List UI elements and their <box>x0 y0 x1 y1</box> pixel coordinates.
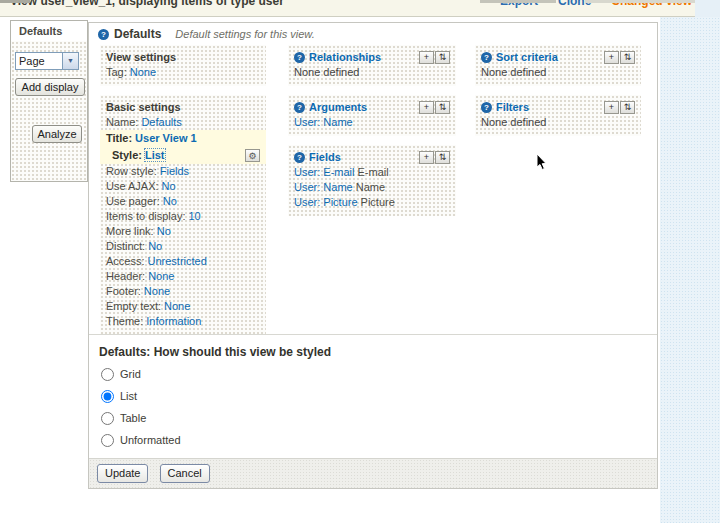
add-display-button[interactable]: Add display <box>15 78 85 96</box>
radio-table[interactable] <box>101 412 114 425</box>
name-value-link[interactable]: Defaults <box>141 116 181 128</box>
browser-chrome-artifact <box>480 0 556 3</box>
help-icon[interactable]: ? <box>294 52 305 63</box>
theme-value-link[interactable]: Information <box>146 315 201 327</box>
argument-item: User: Name <box>294 115 450 130</box>
add-sort-icon[interactable]: + <box>604 51 619 64</box>
form-actions-bar: Update Cancel <box>89 458 657 488</box>
field-link[interactable]: User: Picture <box>294 196 358 208</box>
access-value-link[interactable]: Unrestricted <box>148 255 207 267</box>
radio-unformatted[interactable] <box>101 434 114 447</box>
style-option-table[interactable]: Table <box>99 412 647 425</box>
field-item: User: PicturePicture <box>294 195 450 210</box>
display-description: Default settings for this view. <box>175 28 314 40</box>
sort-criteria-panel: ? Sort criteria + ⇅ None defined <box>475 45 641 86</box>
argument-link[interactable]: User: Name <box>294 116 353 128</box>
chevron-down-icon[interactable]: ▼ <box>62 53 78 69</box>
field-link[interactable]: User: E-mail <box>294 166 355 178</box>
help-icon[interactable]: ? <box>294 152 305 163</box>
setting-row-title: Title:User View 1 <box>100 130 266 147</box>
view-edit-box: ? Defaults Default settings for this vie… <box>88 22 658 489</box>
view-settings-panel: View settings Tag:None <box>100 45 266 86</box>
field-link[interactable]: User: Name <box>294 181 353 193</box>
filters-title-link[interactable]: Filters <box>496 100 604 115</box>
update-button[interactable]: Update <box>97 464 148 483</box>
style-edit-form: Defaults: How should this view be styled… <box>99 345 647 469</box>
panel-title: View settings <box>106 50 260 65</box>
form-title: Defaults: How should this view be styled <box>99 345 647 359</box>
rearrange-fields-icon[interactable]: ⇅ <box>435 151 450 164</box>
rearrange-sorts-icon[interactable]: ⇅ <box>620 51 635 64</box>
title-value-link[interactable]: User View 1 <box>135 132 197 144</box>
divider <box>89 334 657 335</box>
basic-settings-panel: Basic settings Name:Defaults Title:User … <box>100 95 266 335</box>
display-controls-panel: Page ▼ Add display Analyze <box>10 41 88 182</box>
row-style-value-link[interactable]: Fields <box>160 165 189 177</box>
tab-defaults-display[interactable]: Defaults <box>10 20 88 41</box>
use-ajax-value-link[interactable]: No <box>162 180 176 192</box>
radio-grid[interactable] <box>101 368 114 381</box>
empty-text-value-link[interactable]: None <box>164 300 190 312</box>
relationships-title-link[interactable]: Relationships <box>309 50 419 65</box>
display-type-select[interactable]: Page ▼ <box>15 52 79 70</box>
rearrange-relationships-icon[interactable]: ⇅ <box>435 51 450 64</box>
footer-value-link[interactable]: None <box>144 285 170 297</box>
arguments-title-link[interactable]: Arguments <box>309 100 419 115</box>
help-icon[interactable]: ? <box>98 29 109 40</box>
setting-row-name: Name:Defaults <box>106 115 260 130</box>
setting-row-header: Header:None <box>106 269 260 284</box>
setting-row-theme: Theme:Information <box>106 314 260 329</box>
empty-text: None defined <box>481 65 635 80</box>
fields-panel: ? Fields + ⇅ User: E-mailE-mail User: Na… <box>288 145 456 216</box>
header-value-link[interactable]: None <box>148 270 174 282</box>
mouse-cursor-icon <box>536 153 548 173</box>
rearrange-filters-icon[interactable]: ⇅ <box>620 101 635 114</box>
relationships-panel: ? Relationships + ⇅ None defined <box>288 45 456 86</box>
style-option-grid[interactable]: Grid <box>99 368 647 381</box>
style-option-unformatted[interactable]: Unformatted <box>99 434 647 447</box>
distinct-value-link[interactable]: No <box>148 240 162 252</box>
tag-value-link[interactable]: None <box>130 66 156 78</box>
display-summary-header: ? Defaults Default settings for this vie… <box>98 27 315 41</box>
add-relationship-icon[interactable]: + <box>419 51 434 64</box>
summary-column-2: ? Relationships + ⇅ None defined ? Argum… <box>288 45 456 225</box>
filters-panel: ? Filters + ⇅ None defined <box>475 95 641 136</box>
items-to-display-value-link[interactable]: 10 <box>188 210 200 222</box>
summary-column-3: ? Sort criteria + ⇅ None defined ? Filte… <box>475 45 641 145</box>
browser-chrome-artifact <box>0 0 30 3</box>
view-title: View user_view_1, displaying items of ty… <box>10 0 284 8</box>
add-filter-icon[interactable]: + <box>604 101 619 114</box>
setting-row-distinct: Distinct:No <box>106 239 260 254</box>
setting-row-tag: Tag:None <box>106 65 260 80</box>
cancel-button[interactable]: Cancel <box>160 464 210 483</box>
page-background-corner <box>695 0 720 17</box>
radio-list[interactable] <box>101 390 114 403</box>
style-value-link[interactable]: List <box>145 149 165 161</box>
setting-row-style: ⚙ Style:List <box>100 147 266 164</box>
add-field-icon[interactable]: + <box>419 151 434 164</box>
more-link-value-link[interactable]: No <box>157 225 171 237</box>
arguments-panel: ? Arguments + ⇅ User: Name <box>288 95 456 136</box>
sort-criteria-title-link[interactable]: Sort criteria <box>496 50 604 65</box>
rearrange-arguments-icon[interactable]: ⇅ <box>435 101 450 114</box>
empty-text: None defined <box>481 115 635 130</box>
use-pager-value-link[interactable]: No <box>163 195 177 207</box>
setting-row-footer: Footer:None <box>106 284 260 299</box>
setting-row-empty-text: Empty text:None <box>106 299 260 314</box>
analyze-button[interactable]: Analyze <box>32 125 82 143</box>
fields-title-link[interactable]: Fields <box>309 150 419 165</box>
help-icon[interactable]: ? <box>481 102 492 113</box>
help-icon[interactable]: ? <box>481 52 492 63</box>
setting-row-row-style: Row style:Fields <box>106 164 260 179</box>
add-argument-icon[interactable]: + <box>419 101 434 114</box>
views-edit-page: View user_view_1, displaying items of ty… <box>0 0 720 523</box>
style-option-list[interactable]: List <box>99 390 647 403</box>
summary-column-1: View settings Tag:None Basic settings Na… <box>100 45 266 344</box>
field-item: User: NameName <box>294 180 450 195</box>
style-settings-gear-icon[interactable]: ⚙ <box>245 149 260 162</box>
help-icon[interactable]: ? <box>294 102 305 113</box>
page-background <box>660 17 720 523</box>
display-type-select-value: Page <box>16 53 62 69</box>
setting-row-access: Access:Unrestricted <box>106 254 260 269</box>
display-name: Defaults <box>114 27 161 41</box>
